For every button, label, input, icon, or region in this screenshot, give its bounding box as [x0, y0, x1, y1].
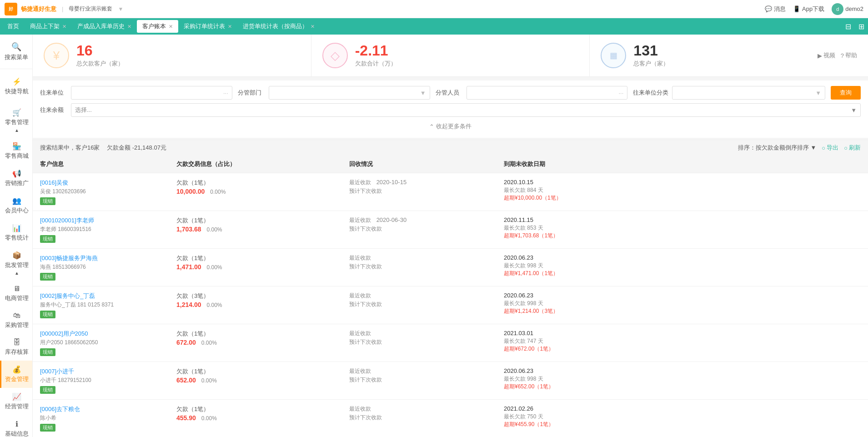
- table-row: [0003]畅捷服务尹海燕 海燕 18513066976 现销 欠款（1笔） 1…: [33, 249, 868, 286]
- stats-row: ¥ 16 总欠款客户（家） ◇ -2.11 欠款合计（万） ▦ 131 总客户（…: [33, 35, 868, 77]
- tab-customer-ledger[interactable]: 客户账本 ✕: [137, 20, 178, 33]
- tab-product-off[interactable]: 商品上下架 ✕: [25, 20, 72, 33]
- next-payment: 预计下次收款: [349, 376, 504, 384]
- refresh-icon: ○: [844, 145, 848, 151]
- search-button[interactable]: 查询: [831, 86, 861, 100]
- app-logo: 好: [5, 3, 17, 15]
- unit-category-select[interactable]: ▼: [672, 86, 825, 100]
- tab-close-2[interactable]: ✕: [127, 24, 131, 30]
- source-unit-label: 往来单位: [40, 89, 67, 97]
- return-status-cell: 最近收款 预计下次收款: [349, 367, 504, 384]
- overdue-amount[interactable]: 超期¥10,000.00（1笔）: [504, 194, 861, 202]
- tab-close-5[interactable]: ✕: [311, 24, 315, 30]
- table-row: [0002]服务中心_丁磊 服务中心_丁磊 181 0125 8371 现销 欠…: [33, 286, 868, 324]
- debt-percent: 0.00%: [207, 226, 222, 233]
- refresh-btn[interactable]: ○ 刷新: [844, 144, 861, 152]
- filter-row-1: 往来单位 ··· 分管部门 ▼ 分管人员: [40, 86, 861, 100]
- overdue-amount[interactable]: 超期¥1,471.00（1笔）: [504, 270, 861, 277]
- debt-trade-cell: 欠款（1笔） 1,471.00 0.00%: [176, 254, 349, 271]
- tab-minimize-btn[interactable]: ⊟: [843, 22, 853, 31]
- sidebar-item-retail-mgmt[interactable]: 🛒 零售管理 ▲: [0, 104, 32, 137]
- return-status-cell: 最近收款 2020-10-15 预计下次收款: [349, 179, 504, 195]
- app-download-btn[interactable]: 📱 App下载: [793, 5, 824, 13]
- overdue-amount[interactable]: 超期¥1,703.68（1笔）: [504, 232, 861, 240]
- stat-debt-amount: ◇ -2.11 欠款合计（万）: [311, 35, 590, 76]
- sidebar-item-retail-stat[interactable]: 📊 零售统计: [0, 219, 32, 246]
- table-row: [000002]用户2050 用户2050 18665062050 现销 欠款（…: [33, 324, 868, 362]
- tab-close-1[interactable]: ✕: [62, 24, 66, 30]
- debt-count: 欠款（1笔）: [176, 216, 349, 225]
- sidebar-item-retail-mall[interactable]: 🏪 零售商城: [0, 137, 32, 165]
- sidebar-item-purchase[interactable]: 🛍 采购管理: [0, 307, 32, 334]
- sidebar-item-marketing[interactable]: 📢 营销推广: [0, 165, 32, 192]
- quick-nav: ⚡ 快捷导航: [0, 69, 32, 104]
- tab-production-history[interactable]: 产成品入库单历史 ✕: [72, 20, 137, 33]
- overdue-amount[interactable]: 超期¥1,214.00（3笔）: [504, 307, 861, 315]
- customer-name[interactable]: [0003]畅捷服务尹海燕: [40, 254, 176, 262]
- overdue-date: 2020.11.15: [504, 216, 861, 223]
- customer-name[interactable]: [0001020001]李老师: [40, 216, 176, 225]
- sidebar-item-basic-info[interactable]: ℹ 基础信息: [0, 415, 32, 437]
- tab-home[interactable]: 首页: [2, 20, 25, 33]
- sidebar-item-finance[interactable]: 💰 资金管理: [0, 361, 32, 388]
- debt-count: 欠款（1笔）: [176, 179, 349, 187]
- return-info: 最近收款: [349, 330, 504, 337]
- customer-name[interactable]: [0006]去下粮仓: [40, 405, 176, 413]
- overdue-amount[interactable]: 超期¥672.00（1笔）: [504, 345, 861, 353]
- user-menu[interactable]: d demo2: [832, 3, 863, 15]
- export-btn[interactable]: ○ 导出: [822, 144, 838, 152]
- sidebar-item-quick-nav[interactable]: ⚡ 快捷导航: [2, 73, 30, 100]
- customer-name[interactable]: [000002]用户2050: [40, 330, 176, 338]
- customer-name[interactable]: [0007]小进千: [40, 367, 176, 376]
- result-bar: 搜索结果中，客户16家 欠款金额 -21,148.07元 排序：按欠款金额倒序排…: [33, 140, 868, 156]
- sidebar-item-ecommerce[interactable]: 🖥 电商管理: [0, 280, 32, 307]
- sidebar-item-inventory[interactable]: 🗄 库存核算: [0, 334, 32, 361]
- filter-collapse-btn[interactable]: ⌃ 收起更多条件: [40, 121, 861, 132]
- tab-close-4[interactable]: ✕: [228, 24, 232, 30]
- sidebar-item-member[interactable]: 👥 会员中心: [0, 192, 32, 219]
- source-unit-input[interactable]: ···: [71, 86, 232, 100]
- tab-bar: 首页 商品上下架 ✕ 产成品入库单历史 ✕ 客户账本 ✕ 采购订单统计表 ✕ 进…: [0, 18, 868, 35]
- return-status-cell: 最近收款 预计下次收款: [349, 405, 504, 422]
- customer-tag: 现销: [40, 386, 55, 394]
- overdue-date-cell: 2021.02.26 最长欠款 750 天 超期¥455.90（1笔）: [504, 405, 861, 428]
- tab-purchase-stat[interactable]: 进货单统计表（按商品） ✕: [237, 20, 320, 33]
- overdue-date-cell: 2021.03.01 最长欠款 747 天 超期¥672.00（1笔）: [504, 330, 861, 353]
- dept-select[interactable]: ▼: [269, 86, 430, 100]
- customer-phone: 陈小希: [40, 414, 176, 422]
- customer-name[interactable]: [0002]服务中心_丁磊: [40, 292, 176, 300]
- sidebar-item-operation[interactable]: 📈 经营管理: [0, 388, 32, 415]
- tab-maximize-btn[interactable]: ⊞: [857, 22, 866, 31]
- stat-debt-amount-info: -2.11 欠款合计（万）: [355, 43, 396, 68]
- overdue-amount[interactable]: 超期¥652.00（1笔）: [504, 383, 861, 391]
- next-payment: 预计下次收款: [349, 225, 504, 233]
- dept-group: 分管部门 ▼: [238, 86, 430, 100]
- balance-select[interactable]: 选择... ▼: [71, 103, 861, 117]
- customer-phone: 吴俊 13026203696: [40, 188, 176, 196]
- message-btn[interactable]: 💬 消息: [765, 5, 786, 13]
- next-payment: 预计下次收款: [349, 187, 504, 195]
- help-btn[interactable]: ? 帮助: [841, 51, 857, 60]
- overdue-amount[interactable]: 超期¥455.90（1笔）: [504, 421, 861, 428]
- tab-purchase-order[interactable]: 采购订单统计表 ✕: [178, 20, 237, 33]
- overdue-date-cell: 2020.10.15 最长欠款 884 天 超期¥10,000.00（1笔）: [504, 179, 861, 202]
- customer-tag: 现销: [40, 348, 55, 356]
- customer-name[interactable]: [0016]吴俊: [40, 179, 176, 187]
- total-customers-value: 131: [633, 43, 669, 58]
- customer-phone: 海燕 18513066976: [40, 263, 176, 271]
- customer-tag: 现销: [40, 235, 55, 243]
- help-icon: ?: [841, 52, 844, 59]
- view-btn[interactable]: ▶ 视频: [818, 51, 835, 60]
- sort-label[interactable]: 排序：按欠款金额倒序排序 ▼: [738, 144, 817, 152]
- sidebar-search-btn[interactable]: 🔍 搜索菜单: [0, 38, 32, 65]
- debt-count: 欠款（1笔）: [176, 330, 349, 338]
- person-input[interactable]: ···: [467, 86, 628, 100]
- customer-info-cell: [000002]用户2050 用户2050 18665062050 现销: [40, 330, 176, 356]
- overdue-date: 2020.06.23: [504, 367, 861, 374]
- debt-amount: 1,214.00: [176, 301, 201, 308]
- message-icon: 💬: [765, 5, 772, 12]
- sidebar-item-batch-mgmt[interactable]: 📦 批发管理 ▲: [0, 246, 32, 280]
- tab-close-3[interactable]: ✕: [169, 24, 173, 30]
- table-header: 客户信息 欠款交易信息（占比） 回收情况 到期未收款日期: [33, 156, 868, 173]
- customer-tag: 现销: [40, 424, 55, 432]
